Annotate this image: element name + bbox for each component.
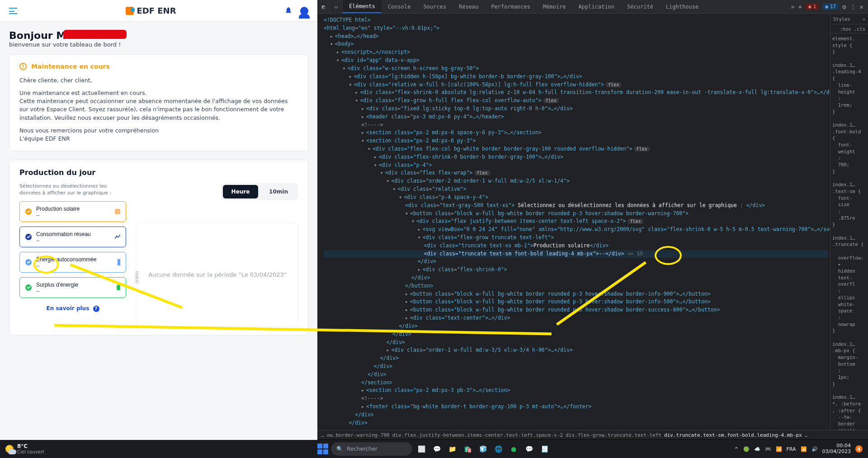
styles-tab-label[interactable]: Styles <box>833 16 850 22</box>
time-tabs: Heure 10min <box>221 183 298 200</box>
select-energie-autoconsommee[interactable]: Énergie autoconsommée -- <box>19 252 126 273</box>
tray-chevron-icon[interactable]: ^ <box>734 446 738 452</box>
taskbar: 8°C Ciel couvert 🔍 Rechercher ⬜ 💬 📁 🛍️ 🧊… <box>0 440 868 458</box>
taskview-icon[interactable]: ⬜ <box>415 443 428 455</box>
tab-security[interactable]: Sécurité <box>621 0 660 13</box>
btn-value: -- <box>36 212 110 217</box>
tab-memory[interactable]: Mémoire <box>537 0 572 13</box>
taskbar-clock[interactable]: 00:04 03/04/2023 <box>822 443 851 454</box>
weather-widget[interactable]: 8°C Ciel couvert <box>5 444 44 454</box>
check-icon <box>25 259 32 265</box>
info-icon: ! <box>19 63 27 70</box>
settings-icon[interactable]: ⚙ <box>842 3 846 10</box>
devtools-pane: ◩ ▭ Éléments Console Sources Réseau Perf… <box>317 0 868 440</box>
tray-onedrive-icon[interactable]: ☁️ <box>754 446 760 452</box>
btn-label: Consommation réseau <box>36 231 110 237</box>
device-mode-icon[interactable]: ▭ <box>330 0 343 14</box>
tab-elements[interactable]: Éléments <box>343 0 382 13</box>
maintenance-p3: Nous vous remercions pour votre compréhe… <box>19 127 298 143</box>
dom-tree[interactable]: <!DOCTYPE html> <html lang="en" style="-… <box>317 14 830 430</box>
app-edge-icon[interactable]: 🌐 <box>492 443 505 455</box>
swatch-icon <box>117 285 120 290</box>
webpage-pane: EDF ENR Bonjour M bienvenue sur votre ta… <box>0 0 317 440</box>
tab-sources[interactable]: Sources <box>417 0 453 13</box>
tab-10min[interactable]: 10min <box>261 185 296 198</box>
app-misc-icon[interactable]: 🧾 <box>538 443 551 455</box>
dock-menu-icon[interactable]: ⋮ <box>850 3 856 10</box>
dom-selected-line[interactable]: <div class="truncate text-sm font-bold l… <box>324 250 828 258</box>
cls-toggle[interactable]: .cls <box>854 26 865 32</box>
swatch-icon <box>115 209 120 214</box>
selection-hint: Sélectionnez ou désélectionnez les donné… <box>19 183 126 197</box>
swatch-icon <box>118 259 120 265</box>
dom-breadcrumb[interactable]: … ow.border-warning-700 div.flex.justify… <box>317 430 868 440</box>
weather-temp: 8°C <box>17 444 44 449</box>
redaction-mark <box>63 30 127 39</box>
check-icon <box>25 284 32 291</box>
system-tray: ^ 🟢 ☁️ 🎮 📶 FRA 📶 🔊 00:04 03/04/2023 4 <box>734 443 863 454</box>
devtools-toolbar: ◩ ▭ Éléments Console Sources Réseau Perf… <box>317 0 868 14</box>
inspect-icon[interactable]: ◩ <box>317 0 330 14</box>
tab-console[interactable]: Console <box>382 0 417 13</box>
btn-label: Énergie autoconsommée <box>36 256 113 263</box>
maintenance-card: ! Maintenance en cours Chère cliente, ch… <box>9 54 308 151</box>
maintenance-p1: Chère cliente, cher client, <box>19 76 298 85</box>
tray-wifi-icon[interactable]: 📶 <box>801 446 807 452</box>
btn-label: Surplus d'énergie <box>36 282 112 288</box>
tab-application[interactable]: Application <box>572 0 621 13</box>
styles-panel: Styles » :hov .cls element. style { } in… <box>830 14 868 430</box>
app-explorer-icon[interactable]: 📁 <box>446 443 458 455</box>
tab-hour[interactable]: Heure <box>223 185 258 198</box>
tray-chrome-icon[interactable]: 🟢 <box>743 446 750 452</box>
more-tabs-icon[interactable]: » <box>791 3 794 10</box>
tab-performance[interactable]: Performances <box>485 0 537 13</box>
tab-lighthouse[interactable]: Lighthouse <box>660 0 705 13</box>
btn-value: -- <box>36 237 110 243</box>
check-icon <box>25 234 32 240</box>
brand-logo: EDF ENR <box>126 6 176 15</box>
swatch-icon <box>115 234 120 240</box>
notification-badge[interactable]: 4 <box>855 445 863 453</box>
start-button[interactable] <box>317 444 328 454</box>
production-title: Production du jour <box>19 168 298 177</box>
btn-value: -- <box>36 263 113 268</box>
avatar-icon[interactable] <box>300 7 308 15</box>
tray-discord-icon[interactable]: 🎮 <box>765 446 771 452</box>
app-3d-icon[interactable]: 🧊 <box>476 443 489 455</box>
chart-unit: (kWh) <box>135 271 139 283</box>
check-icon <box>25 208 32 215</box>
warning-count[interactable]: ◉ 17 <box>822 3 839 10</box>
tab-network[interactable]: Réseau <box>453 0 485 13</box>
chart-area: (kWh) Aucune donnée sur la période "Le 0… <box>137 223 298 327</box>
production-card: Production du jour Sélectionnez ou désél… <box>9 160 308 335</box>
greeting-prefix: Bonjour M <box>9 30 66 41</box>
app-messenger-icon[interactable]: 💬 <box>523 443 535 455</box>
styles-body[interactable]: element. style { } index.1… .leading-4 {… <box>830 33 868 430</box>
hamburger-icon[interactable] <box>9 8 17 14</box>
greeting-subtitle: bienvenue sur votre tableau de bord ! <box>9 41 308 48</box>
select-surplus-energie[interactable]: Surplus d'énergie -- <box>19 277 126 298</box>
chart-nodata: Aucune donnée sur la période "Le 03/04/2… <box>148 271 286 278</box>
tray-lang[interactable]: FRA <box>787 446 796 452</box>
help-icon: ? <box>93 306 99 312</box>
app-spotify-icon[interactable]: ● <box>507 443 520 455</box>
select-consommation-reseau[interactable]: Consommation réseau -- <box>19 227 126 247</box>
brand-icon <box>126 7 134 15</box>
search-icon: 🔍 <box>336 446 343 452</box>
select-production-solaire[interactable]: Production solaire -- <box>19 201 126 222</box>
greeting-block: Bonjour M bienvenue sur votre tableau de… <box>9 30 308 48</box>
more-icon[interactable]: » <box>863 16 865 22</box>
close-devtools-icon[interactable]: ✕ <box>860 3 863 10</box>
taskbar-search[interactable]: 🔍 Rechercher <box>331 442 412 456</box>
app-chat-icon[interactable]: 💬 <box>430 443 443 455</box>
error-count[interactable]: ◉ 1 <box>806 3 819 10</box>
app-store-icon[interactable]: 🛍️ <box>461 443 474 455</box>
hov-toggle[interactable]: :hov <box>840 26 851 32</box>
tray-volume-icon[interactable]: 🔊 <box>811 446 818 452</box>
btn-label: Production solaire <box>36 206 110 212</box>
learn-more[interactable]: En savoir plus ? <box>19 303 126 312</box>
tray-bluetooth-icon[interactable]: 📶 <box>776 446 782 452</box>
new-tab-icon[interactable]: + <box>798 3 802 10</box>
maintenance-title: Maintenance en cours <box>31 63 110 70</box>
bell-icon[interactable] <box>285 7 292 14</box>
